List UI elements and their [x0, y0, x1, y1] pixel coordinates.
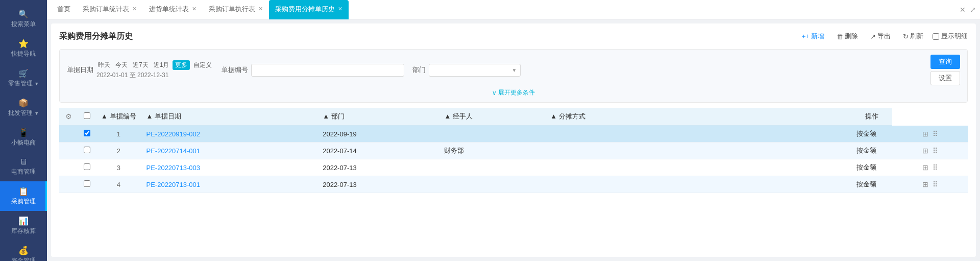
close-tab-purchase-cost-history[interactable]: ✕ [338, 6, 342, 12]
sidebar-item-wholesale[interactable]: 📦 批发管理 ▼ [0, 93, 47, 123]
shortcut-1month[interactable]: 近1月 [152, 60, 171, 70]
toolbar: ＋ + 新增 🗑 删除 ↗ 导出 ↻ 刷新 显示明细 [797, 30, 968, 43]
page-title: 采购费用分摊单历史 [59, 31, 133, 42]
select-all-checkbox[interactable] [84, 112, 90, 119]
dept-select[interactable] [429, 64, 521, 77]
row-split-method-cell: 按金额 [851, 143, 892, 159]
row-checkbox-3[interactable] [84, 163, 90, 170]
tab-purchase-order-stats[interactable]: 采购订单统计表 ✕ [77, 0, 143, 19]
table-col-split-method: ▲ 分摊方式 [545, 108, 851, 126]
row-view-icon-1[interactable]: ⊞ [922, 130, 928, 138]
table-header-row: ⚙ ▲ 单据编号 ▲ 单据日期 [59, 108, 968, 126]
row-checkbox-cell [78, 143, 96, 159]
order-no-link-4[interactable]: PE-20220713-001 [146, 181, 201, 188]
row-view-icon-4[interactable]: ⊞ [922, 180, 928, 188]
settings-button[interactable]: 设置 [930, 71, 960, 85]
row-more-icon-4[interactable]: ⠿ [933, 180, 938, 188]
chart-icon: 📊 [2, 216, 45, 226]
shortcut-7days[interactable]: 近7天 [131, 60, 150, 70]
row-more-icon-3[interactable]: ⠿ [933, 163, 938, 172]
delete-button[interactable]: 🗑 删除 [834, 30, 861, 43]
order-no-input[interactable] [251, 64, 404, 77]
sidebar-item-finance[interactable]: 💰 资金管理 [0, 241, 47, 261]
row-more-icon-1[interactable]: ⠿ [933, 130, 938, 138]
table-row: 2 PE-20220714-001 2022-07-14 财务部 按金额 ⊞ ⠿ [59, 143, 968, 159]
box-icon: 📦 [2, 98, 45, 108]
show-cols-toggle[interactable]: 显示明细 [933, 32, 968, 41]
sidebar-item-retail[interactable]: 🛒 零售管理 ▼ [0, 63, 47, 93]
row-settings-cell [59, 176, 78, 193]
row-num-cell: 4 [96, 176, 141, 193]
shortcut-today[interactable]: 今天 [114, 60, 129, 70]
add-button[interactable]: ＋ + 新增 [797, 30, 827, 43]
table-row: 4 PE-20220713-001 2022-07-13 按金额 ⊞ ⠿ [59, 176, 968, 193]
tab-purchase-order-exec[interactable]: 采购订单执行表 ✕ [203, 0, 269, 19]
order-no-label: 单据编号 [222, 65, 248, 75]
order-no-link-1[interactable]: PE-20220919-002 [146, 130, 201, 138]
sidebar-item-shortcut[interactable]: ⭐ 快捷导航 [0, 34, 47, 63]
row-action-cell: ⊞ ⠿ [892, 126, 968, 143]
refresh-icon: ↻ [903, 33, 909, 40]
search-actions: 查询 设置 [930, 55, 960, 85]
shortcut-more[interactable]: 更多 [173, 60, 190, 70]
date-label: 单据日期 [67, 65, 93, 75]
row-checkbox-2[interactable] [84, 147, 90, 153]
trash-icon: 🗑 [837, 33, 843, 40]
maximize-window-icon[interactable]: ⤢ [970, 6, 976, 14]
row-action-cell: ⊞ ⠿ [892, 176, 968, 193]
expand-conditions-button[interactable]: ∨ 展开更多条件 [492, 88, 535, 97]
row-checkbox-cell [78, 176, 96, 193]
row-dept-cell [439, 176, 545, 193]
shortcut-custom[interactable]: 自定义 [192, 60, 213, 70]
sidebar-item-search[interactable]: 🔍 搜索菜单 [0, 4, 47, 34]
mobile-icon: 📱 [2, 128, 45, 137]
row-checkbox-cell [78, 126, 96, 143]
row-checkbox-4[interactable] [84, 180, 90, 187]
chevron-down-icon: ∨ [492, 89, 497, 97]
order-no-link-3[interactable]: PE-20220713-003 [146, 164, 201, 172]
row-split-method-cell: 按金额 [851, 126, 892, 143]
row-date-cell: 2022-07-13 [317, 159, 439, 176]
row-view-icon-2[interactable]: ⊞ [922, 147, 928, 155]
sidebar-item-ecommerce[interactable]: 🖥 电商管理 [0, 152, 47, 181]
sidebar-item-purchase[interactable]: 📋 采购管理 [0, 181, 47, 211]
row-action-cell: ⊞ ⠿ [892, 159, 968, 176]
row-date-cell: 2022-07-14 [317, 143, 439, 159]
tab-home[interactable]: 首页 [51, 0, 77, 19]
refresh-button[interactable]: ↻ 刷新 [900, 30, 926, 43]
date-shortcuts-group: 昨天 今天 近7天 近1月 更多 自定义 2022-01-01 至 2022-1… [96, 60, 213, 80]
close-tab-purchase-order-exec[interactable]: ✕ [258, 6, 263, 12]
export-button[interactable]: ↗ 导出 [867, 30, 894, 43]
row-settings-cell [59, 143, 78, 159]
close-tab-purchase-order-stats[interactable]: ✕ [132, 6, 137, 12]
row-handler-cell [545, 176, 851, 193]
sidebar-item-inventory[interactable]: 📊 库存核算 [0, 211, 47, 241]
sidebar-item-mobile[interactable]: 📱 小畅电商 [0, 123, 47, 152]
tab-bar: 首页 采购订单统计表 ✕ 进货单统计表 ✕ 采购订单执行表 ✕ 采购费用分摊单历… [47, 0, 980, 19]
search-bar: 单据日期 昨天 今天 近7天 近1月 更多 自定义 2022-01-01 至 2… [59, 49, 968, 103]
query-button[interactable]: 查询 [930, 55, 960, 69]
date-range-text: 2022-01-01 至 2022-12-31 [96, 71, 213, 80]
dept-label: 部门 [412, 65, 426, 75]
row-settings-cell [59, 159, 78, 176]
row-more-icon-2[interactable]: ⠿ [933, 147, 938, 155]
order-no-link-2[interactable]: PE-20220714-001 [146, 147, 201, 155]
close-window-icon[interactable]: ✕ [960, 6, 966, 14]
table-row: 1 PE-20220919-002 2022-09-19 按金额 ⊞ ⠿ [59, 126, 968, 143]
star-icon: ⭐ [2, 39, 45, 49]
tab-purchase-cost-history[interactable]: 采购费用分摊单历史 ✕ [269, 0, 349, 19]
row-num-cell: 1 [96, 126, 141, 143]
row-view-icon-3[interactable]: ⊞ [922, 163, 928, 172]
shortcut-yesterday[interactable]: 昨天 [96, 60, 112, 70]
window-controls: ✕ ⤢ [960, 6, 976, 14]
table-settings-icon[interactable]: ⚙ [65, 112, 72, 121]
table-col-action: 操作 [851, 108, 892, 126]
show-cols-checkbox[interactable] [933, 33, 939, 40]
page-header: 采购费用分摊单历史 ＋ + 新增 🗑 删除 ↗ 导出 ↻ 刷新 [59, 30, 968, 43]
close-tab-inbound-stats[interactable]: ✕ [192, 6, 197, 12]
row-order-no-cell: PE-20220714-001 [141, 143, 318, 159]
chevron-down-icon: ▼ [34, 111, 39, 116]
expand-row: ∨ 展开更多条件 [67, 88, 960, 97]
tab-inbound-stats[interactable]: 进货单统计表 ✕ [143, 0, 203, 19]
row-checkbox-1[interactable] [84, 130, 90, 136]
